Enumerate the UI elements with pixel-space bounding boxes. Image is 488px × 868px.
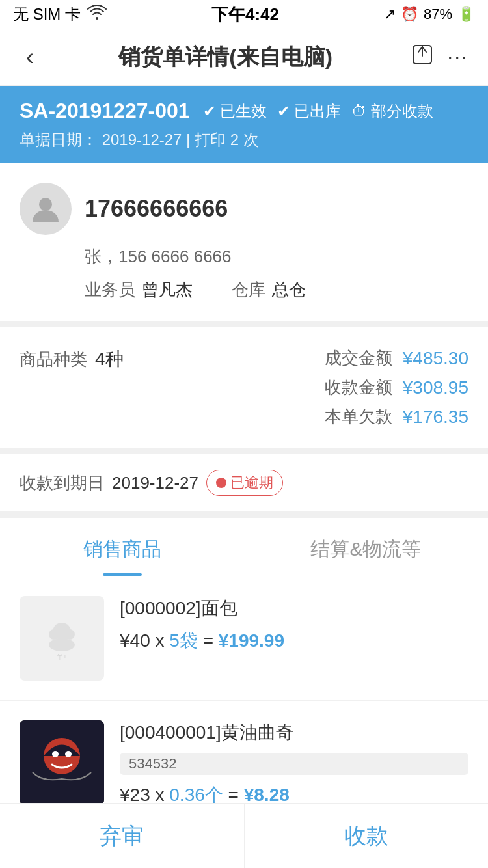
customer-section: 17666666666 张，156 6666 6666 业务员 曾凡杰 仓库 总… — [0, 163, 488, 327]
product-thumbnail-2 — [20, 720, 104, 805]
status-left: 无 SIM 卡 — [13, 4, 107, 25]
customer-name: 17666666666 — [85, 195, 228, 223]
customer-contact: 张，156 6666 6666 — [20, 245, 468, 268]
collected-amount-row: 收款金额 ¥308.95 — [325, 376, 468, 399]
product-list: 羊+ [0000002]面包 ¥40 x 5袋 = ¥199.99 — [0, 576, 488, 828]
deal-amount-row: 成交金额 ¥485.30 — [325, 347, 468, 370]
svg-point-3 — [49, 629, 59, 640]
collected-label: 收款金额 — [325, 376, 392, 399]
more-icon[interactable]: ··· — [447, 45, 468, 69]
check-icon-2: ✔ — [277, 102, 290, 120]
overdue-dot-icon — [216, 478, 226, 488]
overdue-label: 收款到期日 — [20, 472, 104, 495]
carrier-text: 无 SIM 卡 — [13, 4, 81, 25]
overdue-section: 收款到期日 2019-12-27 已逾期 — [0, 454, 488, 518]
product-type-count: 4种 — [95, 347, 124, 372]
reject-button[interactable]: 弃审 — [0, 804, 245, 868]
owed-amount-row: 本单欠款 ¥176.35 — [325, 405, 468, 428]
banner-top: SA-20191227-001 ✔ 已生效 ✔ 已出库 ⏱ 部分收款 — [20, 99, 468, 123]
deal-amount-label: 成交金额 — [325, 347, 392, 370]
product-sku-2: 534532 — [120, 753, 468, 775]
salesperson-value: 曾凡杰 — [142, 278, 193, 301]
warehouse-value: 总仓 — [272, 278, 306, 301]
tab-bar: 销售商品 结算&物流等 — [0, 518, 488, 576]
svg-point-1 — [39, 198, 52, 211]
product-info-1: [0000002]面包 ¥40 x 5袋 = ¥199.99 — [120, 596, 468, 653]
nav-right: ··· — [411, 43, 468, 71]
bottom-bar: 弃审 收款 — [0, 803, 488, 868]
tab-settlement-logistics[interactable]: 结算&物流等 — [244, 518, 488, 576]
nav-bar: ‹ 销货单详情(来自电脑) ··· — [0, 29, 488, 86]
back-button[interactable]: ‹ — [20, 37, 40, 77]
battery-text: 87% — [424, 6, 452, 23]
list-item: 羊+ [0000002]面包 ¥40 x 5袋 = ¥199.99 — [0, 576, 488, 701]
overdue-badge: 已逾期 — [206, 470, 283, 496]
svg-point-4 — [64, 629, 75, 640]
product-qty-2: 0.36个 — [169, 785, 223, 805]
product-type-label: 商品种类 — [20, 348, 87, 371]
product-total-1: ¥199.99 — [219, 631, 284, 651]
salesperson-item: 业务员 曾凡杰 — [85, 278, 193, 301]
customer-meta: 业务员 曾凡杰 仓库 总仓 — [20, 278, 468, 301]
owed-value: ¥176.35 — [403, 407, 468, 427]
avatar — [20, 183, 72, 235]
product-name-2: [000400001]黄油曲奇 — [120, 720, 468, 745]
wifi-icon — [87, 5, 107, 23]
product-info-2: [000400001]黄油曲奇 534532 ¥23 x 0.36个 = ¥8.… — [120, 720, 468, 807]
warehouse-label: 仓库 — [232, 278, 265, 301]
check-icon-1: ✔ — [203, 102, 216, 120]
tab-sales-products[interactable]: 销售商品 — [0, 518, 244, 576]
product-qty-1: 5袋 — [169, 631, 198, 651]
product-total-2: ¥8.28 — [244, 785, 290, 805]
summary-left: 商品种类 4种 — [20, 347, 244, 428]
collected-value: ¥308.95 — [403, 377, 468, 398]
alarm-icon: ⏰ — [401, 6, 418, 23]
status-partial: ⏱ 部分收款 — [351, 101, 433, 122]
order-id: SA-20191227-001 — [20, 99, 190, 123]
status-shipped: ✔ 已出库 — [277, 101, 341, 122]
overdue-date: 2019-12-27 — [112, 473, 198, 493]
product-name-1: [0000002]面包 — [120, 596, 468, 621]
svg-text:羊+: 羊+ — [57, 653, 67, 660]
page-title: 销货单详情(来自电脑) — [40, 42, 411, 72]
owed-label: 本单欠款 — [325, 405, 392, 428]
product-price-1: ¥40 x 5袋 = ¥199.99 — [120, 629, 468, 653]
banner-sub: 单据日期： 2019-12-27 | 打印 2 次 — [20, 129, 468, 150]
product-thumbnail-1: 羊+ — [20, 596, 104, 681]
status-bar: 无 SIM 卡 下午4:42 ↗ ⏰ 87% 🔋 — [0, 0, 488, 29]
product-type-item: 商品种类 4种 — [20, 347, 244, 372]
summary-section: 商品种类 4种 成交金额 ¥485.30 收款金额 ¥308.95 本单欠款 ¥… — [0, 327, 488, 454]
time-display: 下午4:42 — [211, 3, 279, 26]
status-tags: ✔ 已生效 ✔ 已出库 ⏱ 部分收款 — [203, 101, 433, 122]
svg-point-10 — [65, 751, 72, 757]
svg-point-9 — [52, 751, 59, 757]
clock-icon: ⏱ — [351, 102, 367, 120]
customer-top: 17666666666 — [20, 183, 468, 235]
location-icon: ↗ — [384, 6, 396, 23]
status-activated: ✔ 已生效 — [203, 101, 267, 122]
svg-point-5 — [49, 638, 75, 651]
status-right: ↗ ⏰ 87% 🔋 — [384, 6, 475, 23]
salesperson-label: 业务员 — [85, 278, 135, 301]
deal-amount-value: ¥485.30 — [403, 348, 468, 369]
battery-icon: 🔋 — [457, 6, 475, 23]
order-banner: SA-20191227-001 ✔ 已生效 ✔ 已出库 ⏱ 部分收款 单据日期：… — [0, 86, 488, 163]
warehouse-item: 仓库 总仓 — [232, 278, 306, 301]
collect-button[interactable]: 收款 — [245, 804, 489, 868]
share-icon[interactable] — [411, 43, 434, 71]
summary-right: 成交金额 ¥485.30 收款金额 ¥308.95 本单欠款 ¥176.35 — [244, 347, 468, 428]
